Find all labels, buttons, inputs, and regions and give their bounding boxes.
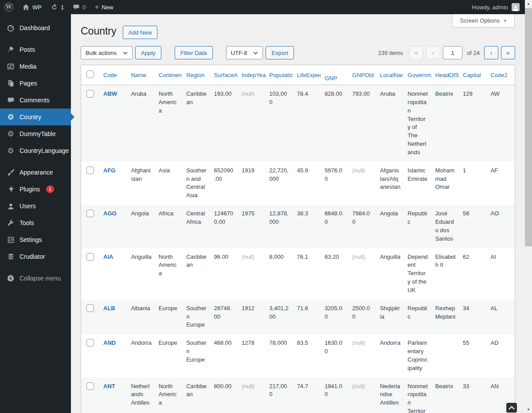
pagination: 239 items « ‹ of 24 › »	[378, 46, 515, 59]
row-code-link[interactable]: ALB	[103, 305, 115, 312]
cell-continent: Europe	[155, 300, 183, 335]
column-header-localname: LocalNar	[376, 65, 404, 85]
row-checkbox[interactable]	[86, 253, 94, 261]
howdy-text[interactable]: Howdy, admin	[472, 4, 508, 11]
cell-continent: Europe	[155, 334, 183, 377]
sidebar-item-label: CountryLanguage	[20, 147, 69, 154]
country-table: Code Name Continen Region SurfaceA Indep…	[81, 65, 515, 413]
collapse-menu-button[interactable]: Collapse menu	[0, 270, 71, 287]
cell-governmentform: Nonmetropolitan Territory of The Netherl…	[404, 85, 431, 162]
scrollbar-down-arrow[interactable]: ▼	[525, 406, 532, 413]
next-page-button[interactable]: ›	[484, 46, 498, 59]
updates-count: 1	[61, 4, 64, 11]
column-header-gnpold: GNPOld	[349, 65, 376, 85]
chevron-down-icon	[253, 51, 258, 55]
row-code-link[interactable]: AFG	[103, 167, 115, 174]
sidebar-item-comments[interactable]: Comments	[0, 92, 71, 109]
row-code-link[interactable]: ABW	[103, 90, 117, 97]
sidebar-item-dummytable[interactable]: ⚙ DummyTable	[0, 125, 71, 142]
scrollbar-thumb[interactable]	[525, 8, 532, 246]
back-to-top-button[interactable]	[506, 403, 517, 413]
cell-code: ALB	[100, 300, 127, 335]
export-button[interactable]: Export	[266, 46, 294, 59]
sort-link[interactable]: Code2	[490, 72, 507, 78]
sort-link[interactable]: Continen	[159, 72, 182, 78]
cell-continent: North America	[155, 378, 183, 413]
menu-separator	[0, 36, 71, 41]
cell-headofstate: José Eduardo dos Santos	[432, 205, 459, 248]
row-code-link[interactable]: AND	[103, 339, 116, 346]
wp-logo-menu[interactable]: W	[0, 0, 18, 14]
sort-link[interactable]: Code	[103, 72, 117, 78]
row-checkbox[interactable]	[86, 90, 94, 97]
cell-continent: North America	[155, 248, 183, 300]
page-title: Country	[81, 25, 117, 38]
sidebar-item-countrylanguage[interactable]: ⚙ CountryLanguage	[0, 142, 71, 159]
row-code-link[interactable]: AIA	[103, 253, 113, 260]
sidebar-item-users[interactable]: Users	[0, 198, 71, 214]
apply-button[interactable]: Apply	[135, 46, 161, 59]
sidebar-item-plugins[interactable]: Plugins 1	[0, 181, 71, 198]
sidebar-item-posts[interactable]: Posts	[0, 41, 71, 58]
cell-lifeexpectancy: 78.4	[293, 85, 321, 162]
sort-link[interactable]: Populatic	[269, 72, 293, 78]
last-page-button[interactable]: »	[501, 46, 515, 59]
screen-options-button[interactable]: Screen Options ▼	[452, 14, 515, 27]
comments-menu[interactable]: 0	[68, 0, 90, 14]
sort-link[interactable]: LocalNar	[380, 72, 403, 78]
cell-name: Afghanistan	[127, 162, 155, 205]
updates-menu[interactable]: 1	[46, 0, 68, 14]
prev-page-button[interactable]: ‹	[426, 46, 440, 59]
sidebar-item-appearance[interactable]: Appearance	[0, 164, 71, 181]
page-scrollbar: ▲ ▼	[525, 0, 532, 413]
sort-link[interactable]: IndepYea	[242, 72, 266, 78]
sort-link[interactable]: LifeExpec	[297, 72, 321, 78]
select-all-checkbox[interactable]	[86, 70, 94, 78]
filter-data-button[interactable]: Filter Data	[175, 46, 213, 59]
cell-governmentform: Nonmetropolitan Territory of The Netherl…	[404, 378, 431, 413]
avatar[interactable]	[512, 3, 520, 11]
sidebar-item-media[interactable]: Media	[0, 58, 71, 75]
sidebar-item-settings[interactable]: Settings	[0, 231, 71, 248]
sidebar-item-pages[interactable]: Pages	[0, 75, 71, 92]
cell-surfacearea: 193.00	[211, 85, 238, 162]
column-header-lifeexpectancy: LifeExpec	[293, 65, 321, 85]
first-page-button[interactable]: «	[409, 46, 423, 59]
sort-link[interactable]: Region	[186, 72, 204, 78]
cell-code: AFG	[100, 162, 127, 205]
sidebar-item-crudiator[interactable]: Crudiator	[0, 248, 71, 265]
sort-link[interactable]: GNP	[325, 75, 337, 82]
row-checkbox[interactable]	[86, 210, 94, 217]
cell-governmentform: Republic	[404, 300, 431, 335]
scrollbar-up-arrow[interactable]: ▲	[525, 0, 532, 7]
cell-population: 78,000	[266, 334, 293, 377]
sort-link[interactable]: GNPOld	[352, 72, 374, 78]
sidebar-item-tools[interactable]: Tools	[0, 214, 71, 231]
encoding-label: UTF-8	[231, 50, 247, 56]
sidebar-item-country[interactable]: ⚙ Country	[0, 109, 71, 125]
site-home-link[interactable]: WP	[18, 0, 46, 14]
sort-link[interactable]: Governm	[407, 72, 431, 78]
current-page-input[interactable]	[443, 46, 462, 59]
row-code-link[interactable]: ANT	[103, 383, 115, 390]
sort-link[interactable]: Name	[131, 72, 146, 78]
row-checkbox[interactable]	[86, 382, 94, 390]
pages-icon	[6, 79, 15, 88]
row-checkbox[interactable]	[86, 339, 94, 347]
sort-link[interactable]: Capital	[463, 72, 481, 78]
row-checkbox[interactable]	[86, 304, 94, 312]
sort-link[interactable]: HeadOfS	[435, 72, 459, 78]
cell-code2: AW	[487, 85, 515, 162]
bulk-actions-select[interactable]: Bulk actions	[81, 46, 133, 59]
row-checkbox[interactable]	[86, 167, 94, 174]
cell-code: AND	[100, 334, 127, 377]
encoding-select[interactable]: UTF-8	[226, 46, 263, 59]
cell-headofstate: Beatrix	[432, 378, 459, 413]
add-new-button[interactable]: Add New	[123, 26, 158, 39]
sort-link[interactable]: SurfaceA	[214, 72, 238, 78]
cell-code2: AD	[487, 334, 515, 377]
row-code-link[interactable]: AGO	[103, 210, 117, 217]
sidebar-item-label: Media	[20, 63, 36, 70]
sidebar-item-dashboard[interactable]: Dashboard	[0, 19, 71, 36]
new-content-menu[interactable]: + New	[90, 0, 117, 14]
